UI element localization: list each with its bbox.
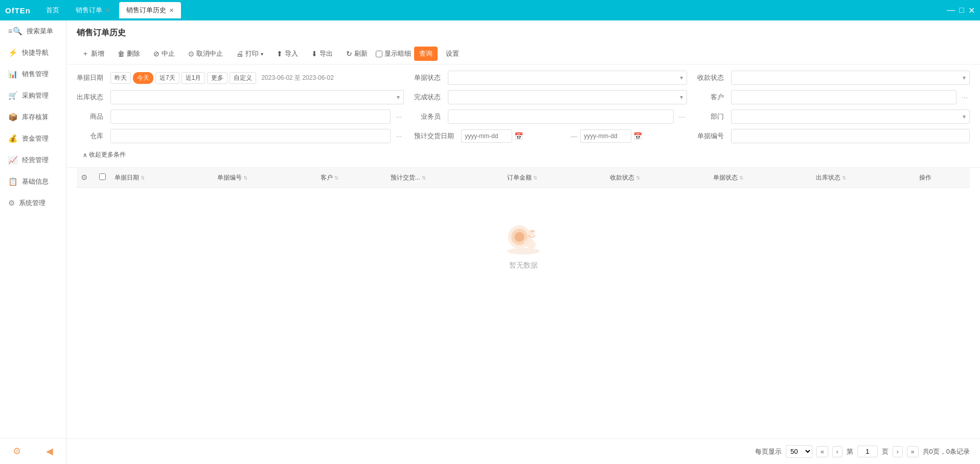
- bill-no-input[interactable]: [731, 129, 970, 143]
- settings-button[interactable]: 设置: [441, 47, 464, 61]
- collapse-btn[interactable]: ∧ 收起更多条件: [77, 148, 970, 161]
- maximize-icon[interactable]: □: [959, 6, 964, 15]
- date-more-btn[interactable]: 更多: [207, 72, 227, 84]
- th-customer[interactable]: 客户 ⇅: [316, 168, 386, 188]
- sidebar-item-purchase-mgmt[interactable]: 🛒 采购管理: [0, 85, 66, 106]
- out-status-select[interactable]: [110, 90, 404, 104]
- th-customer-sort[interactable]: 客户 ⇅: [321, 173, 382, 182]
- expected-date-to-wrap: 📅: [580, 129, 687, 143]
- sidebar-item-quick-nav[interactable]: ⚡ 快捷导航: [0, 42, 66, 63]
- calendar-to-icon[interactable]: 📅: [633, 132, 642, 140]
- import-button[interactable]: ⬆ 导入: [271, 47, 303, 61]
- warehouse-input[interactable]: [110, 129, 391, 143]
- th-receipt-status-label: 收款状态: [610, 173, 634, 182]
- tab-sales-order-close[interactable]: ✕: [105, 7, 110, 14]
- th-bill-status[interactable]: 单据状态 ⇅: [709, 168, 812, 188]
- display-cols-check[interactable]: 显示暗细: [376, 49, 411, 58]
- th-bill-date[interactable]: 单据日期 ⇅: [110, 168, 213, 188]
- th-expected-delivery[interactable]: 预计交货... ⇅: [386, 168, 503, 188]
- sidebar-item-search-menu[interactable]: ≡🔍 搜索菜单: [0, 20, 66, 42]
- close-icon[interactable]: ✕: [968, 6, 975, 15]
- out-status-label: 出库状态: [77, 93, 107, 102]
- date-last7-btn[interactable]: 近7天: [155, 72, 179, 84]
- sidebar-item-sys-mgmt[interactable]: ⚙ 系统管理: [0, 192, 66, 214]
- filter-salesperson: 业务员 ···: [414, 109, 687, 124]
- tab-sales-order-history-label: 销售订单历史: [126, 6, 166, 15]
- product-input[interactable]: [110, 109, 391, 124]
- select-all-checkbox[interactable]: [99, 173, 106, 180]
- display-cols-checkbox[interactable]: [376, 51, 382, 57]
- stop-button[interactable]: ⊘ 中止: [148, 47, 180, 61]
- query-button[interactable]: 查询: [414, 47, 438, 61]
- import-icon: ⬆: [277, 50, 283, 58]
- th-out-status-sort[interactable]: 出库状态 ⇅: [816, 173, 910, 182]
- sidebar-item-ops-mgmt-label: 经营管理: [22, 156, 49, 165]
- complete-status-select[interactable]: [448, 90, 687, 104]
- sidebar-item-finance[interactable]: 💰 资金管理: [0, 128, 66, 149]
- th-receipt-status[interactable]: 收款状态 ⇅: [606, 168, 709, 188]
- warehouse-ellipsis-btn[interactable]: ···: [394, 132, 404, 140]
- delete-button[interactable]: 🗑 删除: [112, 47, 145, 61]
- tab-sales-order[interactable]: 销售订单 ✕: [69, 2, 117, 18]
- last-page-button[interactable]: »: [907, 446, 919, 457]
- date-today-btn[interactable]: 今天: [133, 72, 153, 84]
- product-ellipsis-btn[interactable]: ···: [394, 113, 404, 121]
- filter-out-status: 出库状态: [77, 90, 404, 104]
- tab-sales-order-history[interactable]: 销售订单历史 ✕: [119, 2, 181, 18]
- filter-department: 部门: [697, 109, 970, 124]
- th-bill-status-sort[interactable]: 单据状态 ⇅: [713, 173, 808, 182]
- purchase-mgmt-icon: 🛒: [8, 91, 18, 100]
- th-out-status[interactable]: 出库状态 ⇅: [812, 168, 915, 188]
- customer-ellipsis-btn[interactable]: ···: [960, 93, 970, 101]
- th-bill-date-sort[interactable]: 单据日期 ⇅: [115, 173, 209, 182]
- receipt-status-select[interactable]: [731, 71, 970, 85]
- th-order-amount[interactable]: 订单金额 ⇅: [503, 168, 606, 188]
- expected-date-to-input[interactable]: [580, 129, 631, 143]
- date-yesterday-btn[interactable]: 昨天: [110, 72, 131, 84]
- sidebar-item-basic-info[interactable]: 📋 基础信息: [0, 171, 66, 192]
- new-button[interactable]: ＋ 新增: [77, 47, 109, 61]
- sidebar-item-ops-mgmt[interactable]: 📈 经营管理: [0, 149, 66, 171]
- th-expected-delivery-sort[interactable]: 预计交货... ⇅: [391, 173, 499, 182]
- page-number-input[interactable]: [857, 446, 878, 457]
- sidebar-item-inventory[interactable]: 📦 库存核算: [0, 106, 66, 128]
- th-action: 操作: [915, 168, 970, 188]
- date-last1m-btn[interactable]: 近1月: [181, 72, 206, 84]
- filter-row-1: 单据日期 昨天 今天 近7天 近1月 更多 自定义 2023-06-02 至 2…: [77, 71, 970, 85]
- tab-home[interactable]: 首页: [39, 2, 66, 18]
- sidebar-settings-icon[interactable]: ⚙: [10, 443, 24, 460]
- minimize-icon[interactable]: —: [947, 6, 955, 15]
- table-settings-icon[interactable]: ⚙: [81, 173, 87, 182]
- bill-status-select[interactable]: [448, 71, 687, 85]
- table-head: ⚙ 单据日期 ⇅ 单据编号: [77, 168, 970, 188]
- export-button[interactable]: ⬇ 导出: [306, 47, 338, 61]
- next-page-button[interactable]: ›: [893, 446, 903, 457]
- stop-icon: ⊘: [153, 50, 159, 58]
- date-separator: —: [571, 132, 577, 140]
- first-page-button[interactable]: «: [816, 446, 828, 457]
- customer-input[interactable]: [731, 90, 957, 104]
- th-order-amount-sort[interactable]: 订单金额 ⇅: [507, 173, 602, 182]
- th-bill-no-sort[interactable]: 单据编号 ⇅: [217, 173, 312, 182]
- sort-bill-no-icon: ⇅: [243, 175, 247, 181]
- department-select[interactable]: [731, 109, 970, 124]
- cancel-stop-button[interactable]: ⊙ 取消中止: [183, 47, 228, 61]
- refresh-label: 刷新: [354, 49, 368, 58]
- page-title: 销售订单历史: [66, 20, 980, 43]
- department-select-wrap: [731, 109, 970, 124]
- tab-sales-order-history-close[interactable]: ✕: [169, 7, 174, 14]
- calendar-from-icon[interactable]: 📅: [514, 132, 523, 140]
- th-bill-no[interactable]: 单据编号 ⇅: [213, 168, 316, 188]
- th-receipt-status-sort[interactable]: 收款状态 ⇅: [610, 173, 704, 182]
- date-custom-btn[interactable]: 自定义: [230, 72, 256, 84]
- salesperson-ellipsis-btn[interactable]: ···: [677, 113, 687, 121]
- salesperson-input[interactable]: [448, 109, 674, 124]
- print-button[interactable]: 🖨 打印 ▾: [231, 47, 268, 61]
- expected-date-from-input[interactable]: [461, 129, 512, 143]
- prev-page-button[interactable]: ‹: [832, 446, 842, 457]
- sidebar-item-sales-mgmt[interactable]: 📊 销售管理: [0, 63, 66, 85]
- page-size-select[interactable]: 20 50 100: [786, 445, 812, 458]
- sidebar-collapse-icon[interactable]: ◀: [43, 443, 56, 460]
- refresh-button[interactable]: ↻ 刷新: [341, 47, 373, 61]
- filter-expected-date: 预计交货日期 📅 — 📅: [414, 129, 687, 143]
